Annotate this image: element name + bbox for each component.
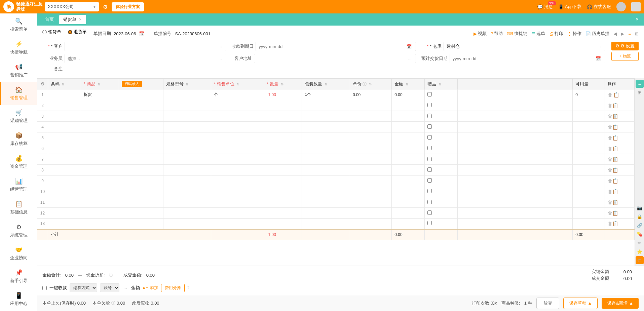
table-view-icon[interactable]: ⊞ xyxy=(635,31,639,36)
toolbar-print[interactable]: 🖨 打印 xyxy=(549,31,563,37)
tag-side-icon[interactable]: 🏷 xyxy=(636,256,644,264)
sidebar-item-operations[interactable]: 📊 经营管理 xyxy=(0,173,37,196)
radio-sale-input[interactable] xyxy=(42,30,47,34)
cell-unit-1[interactable]: 个 xyxy=(211,89,264,100)
due-date-calendar-icon[interactable]: 📅 xyxy=(405,44,413,49)
avatar[interactable] xyxy=(616,2,626,11)
gift-checkbox-2[interactable] xyxy=(427,103,432,107)
messages-button[interactable]: 💬 消息 99+ xyxy=(537,4,553,10)
radio-return[interactable]: 退货单 xyxy=(68,29,87,35)
sidebar-item-guide[interactable]: 📌 新手引导 xyxy=(0,265,37,288)
cash-discount-info-icon[interactable]: ⓘ xyxy=(109,272,113,278)
grid-view-icon[interactable]: ≡ xyxy=(628,31,631,36)
pack-qty-sort-icon[interactable]: ⇅ xyxy=(325,82,327,86)
link-side-icon[interactable]: 🔗 xyxy=(636,221,644,229)
due-date-input[interactable] xyxy=(259,44,405,49)
sidebar-item-inventory[interactable]: 📦 库存核算 xyxy=(0,128,37,151)
customer-address-dots-icon[interactable]: ··· xyxy=(407,56,413,61)
warehouse-input-container[interactable]: 建材仓 ··· xyxy=(444,42,605,51)
sidebar-item-basic[interactable]: 📋 基础信息 xyxy=(0,196,37,219)
price-sort-icon[interactable]: ⇅ xyxy=(369,82,372,86)
delivery-date-input[interactable] xyxy=(453,56,594,61)
cell-price-1[interactable]: 0.00 xyxy=(350,89,391,100)
customer-dots-icon[interactable]: ··· xyxy=(217,44,224,49)
save-new-button[interactable]: 保存&新增 ▲ xyxy=(602,298,639,309)
customer-input[interactable] xyxy=(68,44,217,49)
discard-button[interactable]: 放弃 xyxy=(536,298,559,309)
calendar-icon[interactable]: 📅 xyxy=(139,31,144,36)
account-select[interactable]: 账号 xyxy=(100,283,119,292)
logistics-button[interactable]: + 物流 xyxy=(611,52,639,61)
salesperson-input-container[interactable]: ··· xyxy=(65,54,226,63)
sidebar-item-search[interactable]: 🔍 搜索菜单 xyxy=(0,13,37,36)
toolbar-history[interactable]: 📄 历史单据 xyxy=(585,31,609,37)
amount-sort-icon[interactable]: ⇅ xyxy=(406,82,408,86)
th-scan[interactable]: 扫码录入 xyxy=(119,79,163,89)
toolbar-help[interactable]: ? 帮助 xyxy=(491,31,503,37)
tab-sale-order[interactable]: 销货单 × xyxy=(59,15,86,24)
sidebar-item-finance[interactable]: 💰 资金管理 xyxy=(0,151,37,173)
grid-view-table-icon[interactable]: ⊞ xyxy=(636,88,644,96)
sidebar-item-marketing[interactable]: 📢 营销推广 xyxy=(0,59,37,82)
star-side-icon[interactable]: ⭐ xyxy=(636,247,644,256)
save-draft-button[interactable]: 保存草稿 ▲ xyxy=(563,298,598,309)
nav-prev-icon[interactable]: ◀ xyxy=(613,31,617,36)
gift-sort-icon[interactable]: ⇅ xyxy=(439,82,441,86)
online-service-button[interactable]: 🎧 在线客服 xyxy=(587,4,611,10)
spec-sort-icon[interactable]: ⇅ xyxy=(186,82,188,86)
tab-home[interactable]: 首页 xyxy=(40,13,59,26)
expense-split-button[interactable]: 费用分摊 xyxy=(161,284,185,292)
expense-info-icon[interactable]: ? xyxy=(187,285,190,290)
app-download-button[interactable]: 📱 App下载 xyxy=(558,4,581,10)
cell-gift-1[interactable] xyxy=(425,89,458,100)
pill-side-icon[interactable]: 💊 xyxy=(636,230,644,238)
user-menu[interactable] xyxy=(631,2,641,11)
customer-input-container[interactable]: ··· xyxy=(65,42,226,51)
toolbar-filter[interactable]: ☰ 选单 xyxy=(531,31,545,37)
salesperson-input[interactable] xyxy=(68,56,217,61)
settings-icon[interactable]: ⚙ xyxy=(102,2,109,11)
radio-return-input[interactable] xyxy=(68,30,72,34)
toolbar-operation[interactable]: ⋮ 操作 xyxy=(567,31,581,37)
unit-sort-icon[interactable]: ⇅ xyxy=(236,82,239,86)
trial-button[interactable]: 体验行业方案 xyxy=(112,2,144,11)
one-click-payment-checkbox[interactable] xyxy=(42,286,47,290)
copy-icon-1[interactable]: 📋 xyxy=(613,92,619,98)
sidebar-item-sales[interactable]: 🏠 销售管理 xyxy=(0,82,37,105)
delete-icon-2[interactable]: 🗑 xyxy=(608,103,612,108)
due-date-input-container[interactable]: 📅 xyxy=(256,42,416,51)
cell-spec-1[interactable] xyxy=(163,89,211,100)
radio-sale[interactable]: 销货单 xyxy=(42,29,61,35)
toolbar-video[interactable]: ▶ 视频 xyxy=(473,31,487,37)
cell-product-1[interactable]: 拆货 xyxy=(81,89,119,100)
column-settings-icon[interactable]: ⚙ xyxy=(41,81,45,86)
list-view-icon[interactable]: ≡ xyxy=(636,80,644,88)
cell-amount-1[interactable]: 0.00 xyxy=(392,89,425,100)
warehouse-dots-icon[interactable]: ··· xyxy=(596,44,602,49)
sidebar-item-system[interactable]: ⚙ 系统管理 xyxy=(0,219,37,242)
cell-qty-1[interactable]: -1.00 xyxy=(264,89,302,100)
edit-side-icon[interactable]: ✏ xyxy=(636,239,644,247)
add-button[interactable]: ● + 添加 xyxy=(143,285,158,291)
tab-close-icon[interactable]: × xyxy=(78,16,82,23)
account-dots-icon[interactable]: ··· xyxy=(122,285,128,290)
scan-button[interactable]: 扫码录入 xyxy=(122,81,142,87)
price-info-icon[interactable]: ⓘ xyxy=(363,82,367,86)
barcode-sort-icon[interactable]: ⇅ xyxy=(62,82,64,86)
sidebar-item-apps[interactable]: 📱 应用中心 xyxy=(0,288,37,311)
toolbar-shortcut[interactable]: ⌨ 快捷键 xyxy=(507,31,527,37)
cell-barcode-1[interactable] xyxy=(48,89,81,100)
gift-checkbox-1[interactable] xyxy=(427,92,432,96)
camera-side-icon[interactable]: 📷 xyxy=(636,204,644,212)
th-settings[interactable]: ⚙ xyxy=(37,79,48,89)
delivery-date-calendar-icon[interactable]: 📅 xyxy=(594,56,602,61)
delete-icon-3[interactable]: 🗑 xyxy=(608,114,612,119)
delivery-date-input-container[interactable]: 📅 xyxy=(450,54,605,63)
lock-side-icon[interactable]: 🔒 xyxy=(636,212,644,221)
customer-address-input[interactable] xyxy=(257,56,407,61)
qty-sort-icon[interactable]: ⇅ xyxy=(281,82,283,86)
delete-icon-1[interactable]: 🗑 xyxy=(608,92,612,98)
nav-next-icon[interactable]: ▶ xyxy=(621,31,624,36)
sidebar-item-purchase[interactable]: 🛒 采购管理 xyxy=(0,105,37,128)
sidebar-item-enterprise[interactable]: 🤝 企业协同 xyxy=(0,242,37,265)
